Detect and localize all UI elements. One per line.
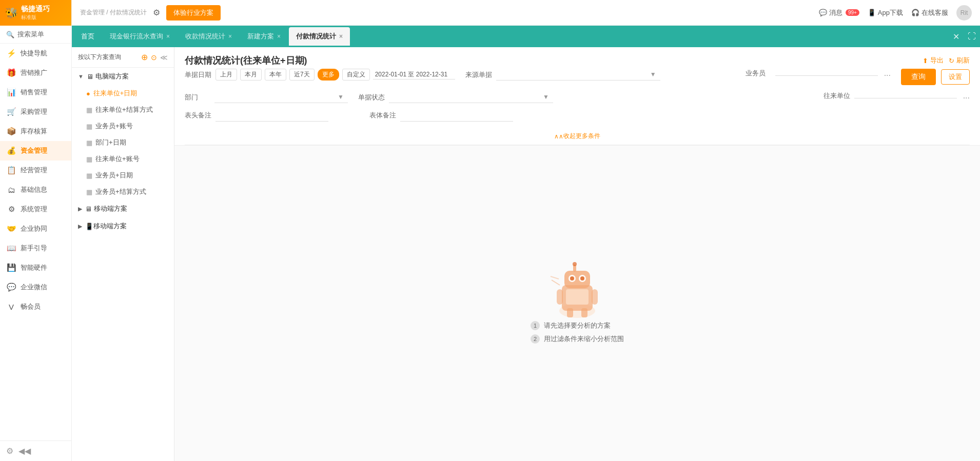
scheme-item-staff-date[interactable]: ▦ 业务员+日期 — [72, 167, 174, 184]
filter-setting-btn[interactable]: 设置 — [941, 69, 970, 85]
date-btn-last-7days[interactable]: 近7天 — [289, 69, 315, 81]
svg-rect-6 — [581, 308, 587, 317]
tab-close-payment-stats[interactable]: × — [339, 33, 343, 40]
empty-tip-1: 1 请先选择要分析的方案 — [531, 321, 624, 330]
close-all-tabs-icon[interactable]: ✕ — [951, 30, 962, 44]
header-remark-label: 表头备注 — [185, 111, 211, 120]
tip-num-2: 2 — [531, 334, 540, 344]
message-action[interactable]: 💬 消息 99+ — [819, 8, 859, 17]
date-btn-more[interactable]: 更多 — [318, 69, 339, 81]
scheme-header-label: 按以下方案查询 — [78, 53, 121, 62]
inventory-icon: 📦 — [6, 127, 16, 136]
query-button[interactable]: 查询 — [901, 69, 936, 85]
member-label: 畅会员 — [21, 302, 41, 311]
scheme-item-unit-settle[interactable]: ▦ 往来单位+结算方式 — [72, 102, 174, 118]
tab-home[interactable]: 首页 — [74, 27, 102, 46]
sidebar-item-basic-info[interactable]: 🗂 基础信息 — [0, 180, 71, 199]
scheme-group-header-desktop[interactable]: ▼ 🖥 电脑端方案 — [72, 68, 174, 85]
sidebar-item-finance[interactable]: 💰 资金管理 — [0, 141, 71, 161]
tab-close-receipt-stats[interactable]: × — [228, 33, 232, 40]
sidebar-item-inventory[interactable]: 📦 库存核算 — [0, 122, 71, 141]
settings-footer-icon[interactable]: ⚙ — [6, 446, 13, 456]
hardware-icon: 💾 — [6, 263, 16, 272]
sidebar-item-purchase[interactable]: 🛒 采购管理 — [0, 102, 71, 122]
scheme-item-unit-date[interactable]: ● 往来单位+日期 — [72, 85, 174, 102]
scheme-item-staff-settle[interactable]: ▦ 业务员+结算方式 — [72, 184, 174, 200]
search-menu-item[interactable]: 🔍 搜索菜单 — [0, 26, 71, 44]
sidebar-item-quick-nav[interactable]: ⚡ 快捷导航 — [0, 44, 71, 63]
tab-close-bank-flow[interactable]: × — [166, 33, 170, 40]
sidebar-footer: ⚙ ◀◀ — [0, 440, 71, 461]
online-service-action[interactable]: 🎧 在线客服 — [911, 8, 948, 17]
sidebar-item-wechat[interactable]: 💬 企业微信 — [0, 277, 71, 297]
app-download-action[interactable]: 📱 App下载 — [868, 8, 903, 17]
sidebar-item-guide[interactable]: 📖 新手引导 — [0, 238, 71, 258]
scheme-item-label-unit-settle: 往来单位+结算方式 — [95, 105, 153, 114]
tab-receipt-stats[interactable]: 收款情况统计× — [178, 27, 239, 46]
mobile-group-arrow: ▶ — [78, 223, 82, 230]
unit-dots[interactable]: ... — [963, 91, 970, 101]
user-avatar[interactable]: Rit — [956, 5, 972, 21]
sidebar-item-hardware[interactable]: 💾 智能硬件 — [0, 258, 71, 277]
sidebar-item-member[interactable]: V 畅会员 — [0, 297, 71, 316]
scheme-item-unit-account[interactable]: ▦ 往来单位+账号 — [72, 151, 174, 167]
refresh-btn[interactable]: ↻ 刷新 — [949, 56, 970, 65]
marketing-label: 营销推广 — [21, 68, 47, 77]
staff-field: 业务员 ... — [746, 69, 891, 78]
scheme-item-staff-account[interactable]: ▦ 业务员+账号 — [72, 118, 174, 134]
trial-btn[interactable]: 体验行业方案 — [166, 5, 221, 21]
group-icon-mobile: 🖥 — [85, 205, 92, 213]
date-range-input[interactable] — [373, 70, 455, 79]
body-remark-input[interactable] — [400, 109, 513, 122]
tab-bank-flow[interactable]: 现金银行流水查询× — [103, 27, 177, 46]
refresh-icon: ↻ — [949, 57, 954, 65]
tab-new-scheme[interactable]: 新建方案× — [240, 27, 288, 46]
staff-dots[interactable]: ... — [884, 69, 891, 78]
date-btn-this-year[interactable]: 本年 — [265, 69, 286, 81]
unit-label: 往来单位 — [824, 91, 850, 101]
sidebar-item-sales[interactable]: 📊 销售管理 — [0, 83, 71, 102]
scheme-collapse-btn[interactable]: ≪ — [160, 53, 168, 62]
filter-header: 付款情况统计(往来单位+日期) ⬆ 导出 ↻ 刷新 — [185, 54, 970, 67]
source-select[interactable]: ▼ — [496, 69, 660, 81]
sidebar-item-system[interactable]: ⚙ 系统管理 — [0, 199, 71, 219]
svg-rect-5 — [567, 308, 573, 317]
status-select[interactable]: ▼ — [389, 91, 553, 103]
guide-label: 新手引导 — [21, 244, 47, 253]
topbar-right: 💬 消息 99+ 📱 App下载 🎧 在线客服 Rit — [819, 5, 972, 21]
sidebar-item-company[interactable]: 🤝 企业协同 — [0, 219, 71, 238]
empty-tip-2: 2 用过滤条件来缩小分析范围 — [531, 334, 624, 344]
source-field: 来源单据 ▼ — [465, 69, 735, 81]
sales-icon: 📊 — [6, 88, 16, 97]
add-scheme-btn[interactable]: ⊕ — [141, 52, 148, 62]
scheme-group-mobile[interactable]: ▶ 📱 移动端方案 — [72, 217, 174, 235]
export-btn[interactable]: ⬆ 导出 — [923, 56, 944, 65]
unit-select[interactable] — [854, 94, 957, 98]
date-btn-this-month[interactable]: 本月 — [240, 69, 262, 81]
scheme-item-label-staff-settle: 业务员+结算方式 — [95, 187, 146, 196]
logo-icon: 🐝 — [5, 7, 18, 19]
company-label: 企业协同 — [21, 224, 47, 233]
scheme-group-header-mobile[interactable]: ▶ 🖥 移动端方案 — [72, 200, 174, 217]
expand-tabs-icon[interactable]: ⛶ — [966, 30, 978, 43]
collapse-sidebar-icon[interactable]: ◀◀ — [18, 446, 31, 456]
tab-payment-stats[interactable]: 付款情况统计× — [289, 27, 350, 46]
date-btn-custom[interactable]: 自定义 — [342, 69, 370, 81]
date-btn-last-month[interactable]: 上月 — [215, 69, 237, 81]
topbar-gear-icon[interactable]: ⚙ — [153, 8, 160, 17]
tab-close-new-scheme[interactable]: × — [277, 33, 281, 40]
company-icon: 🤝 — [6, 224, 16, 233]
collapse-conditions-bar[interactable]: ∧∧ 收起更多条件 — [185, 128, 970, 145]
header-remark-input[interactable] — [215, 109, 328, 122]
sidebar-item-operation[interactable]: 📋 经营管理 — [0, 161, 71, 180]
scheme-settings-btn[interactable]: ⊙ — [151, 53, 157, 62]
scheme-item-dept-date[interactable]: ▦ 部门+日期 — [72, 134, 174, 151]
svg-rect-2 — [566, 289, 589, 305]
filter-row-1: 单据日期 上月 本月 本年 近7天 更多 自定义 来源单据 — [185, 69, 970, 85]
svg-line-15 — [551, 276, 559, 279]
sidebar-item-marketing[interactable]: 🎁 营销推广 — [0, 63, 71, 83]
dept-select[interactable]: ▼ — [214, 91, 348, 103]
tab-label-bank-flow: 现金银行流水查询 — [110, 32, 163, 41]
wechat-icon: 💬 — [6, 283, 16, 292]
staff-select[interactable] — [775, 71, 878, 76]
